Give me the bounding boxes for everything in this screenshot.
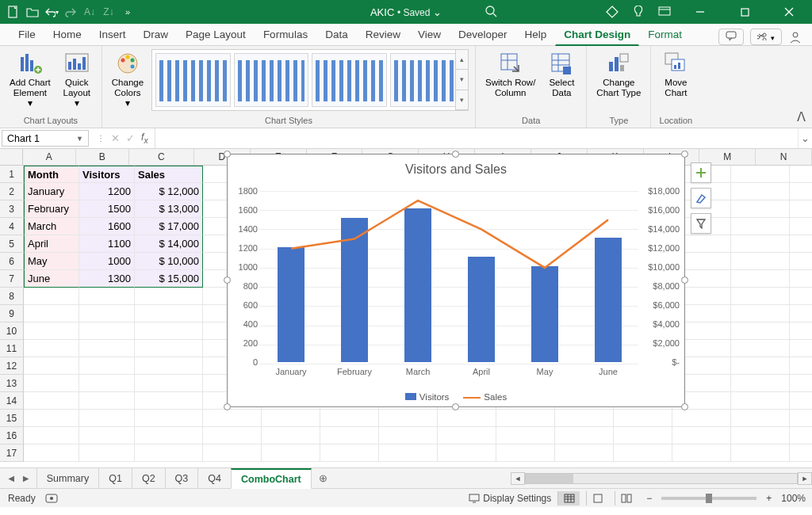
cell[interactable] [135,305,203,322]
document-title[interactable]: AKIC • Saved ⌄ [370,6,442,18]
cell[interactable] [203,427,262,444]
cell[interactable]: Month [24,166,79,183]
chart-style-thumb[interactable] [390,53,465,107]
collapse-ribbon-icon[interactable]: ᐱ [790,46,812,128]
add-chart-element-button[interactable]: Add Chart Element ▾ [6,49,54,111]
sheet-tab-q3[interactable]: Q3 [165,468,199,488]
tab-page-layout[interactable]: Page Layout [177,25,255,46]
chart-style-thumb[interactable] [234,53,309,107]
cell[interactable] [262,444,320,462]
cell[interactable] [203,444,262,462]
cell[interactable] [79,340,135,357]
row-header[interactable]: 10 [0,322,24,340]
col-header[interactable]: A [23,149,76,166]
normal-view-icon[interactable] [557,491,580,505]
cell[interactable] [262,410,320,427]
cell[interactable] [135,444,203,462]
cell[interactable] [496,444,555,462]
row-header[interactable]: 14 [0,392,24,410]
col-header[interactable]: B [76,149,129,166]
zoom-slider[interactable] [661,497,756,500]
cell[interactable] [24,357,79,375]
cell[interactable] [438,444,496,462]
cell[interactable] [24,444,79,462]
cell[interactable] [731,200,790,218]
cell[interactable] [320,444,379,462]
cell[interactable]: 1000 [79,253,135,270]
new-file-icon[interactable] [6,5,21,19]
row-header[interactable]: 2 [0,183,24,200]
namebox-dropdown-icon[interactable]: ⋮ [97,134,105,143]
plot-area[interactable]: JanuaryFebruaryMarchAprilMayJune [259,191,638,362]
cell[interactable]: 1300 [79,270,135,288]
cell[interactable] [320,427,379,444]
cell[interactable] [79,322,135,340]
cell[interactable] [731,183,790,200]
minimize-button[interactable] [685,0,715,24]
embedded-chart[interactable]: Visitors and Sales 020040060080010001200… [227,154,685,407]
cell[interactable]: 1200 [79,183,135,200]
scroll-thumb[interactable] [526,474,573,483]
chart-filters-button[interactable] [691,213,711,234]
row-header[interactable]: 8 [0,288,24,305]
cell[interactable] [438,410,496,427]
gallery-more-icon[interactable]: ▾ [456,90,468,110]
account-icon[interactable] [788,30,802,44]
page-layout-view-icon[interactable] [586,491,608,505]
row-header[interactable]: 11 [0,340,24,357]
cell[interactable] [24,410,79,427]
cell[interactable]: $ 14,000 [135,235,203,253]
sheet-tab-q1[interactable]: Q1 [98,468,132,488]
cell[interactable] [79,427,135,444]
redo-icon[interactable] [63,5,78,19]
change-chart-type-button[interactable]: Change Chart Type [593,49,644,100]
cell[interactable] [790,166,812,183]
search-icon[interactable] [485,6,497,17]
cell[interactable] [731,375,790,392]
ribbon-mode-icon[interactable] [658,6,671,17]
cell[interactable] [24,427,79,444]
line-series[interactable] [291,200,608,268]
chart-style-gallery[interactable]: ▴ ▾ ▾ [151,49,469,111]
expand-fxbar-icon[interactable]: ⌄ [798,128,812,148]
row-header[interactable]: 4 [0,218,24,235]
cell[interactable]: 1600 [79,218,135,235]
cell[interactable] [79,375,135,392]
cell[interactable] [731,392,790,410]
chart-style-thumb[interactable] [155,53,231,107]
chart-legend[interactable]: Visitors Sales [228,392,684,402]
tab-developer[interactable]: Developer [450,25,516,46]
cell[interactable]: May [24,253,79,270]
cell[interactable]: April [24,235,79,253]
cell[interactable] [135,375,203,392]
chart-style-thumb[interactable] [312,53,387,107]
tab-review[interactable]: Review [357,25,409,46]
scroll-left-icon[interactable]: ◄ [511,472,525,485]
cell[interactable] [79,410,135,427]
sheet-nav-prev-icon[interactable]: ◄ [6,473,16,484]
cell[interactable] [24,305,79,322]
sheet-tab-q2[interactable]: Q2 [132,468,166,488]
tab-format[interactable]: Format [639,25,691,46]
tab-view[interactable]: View [409,25,450,46]
share-button[interactable]: ▾ [750,29,782,45]
open-file-icon[interactable] [25,5,40,19]
qat-overflow-icon[interactable]: » [121,5,135,19]
cell[interactable]: $ 12,000 [135,183,203,200]
col-header[interactable]: N [756,149,812,166]
cell[interactable] [790,427,812,444]
cell[interactable] [79,288,135,305]
cell[interactable] [79,305,135,322]
close-button[interactable] [774,0,804,24]
cell[interactable]: $ 13,000 [135,200,203,218]
cell[interactable] [790,270,812,288]
cell[interactable]: June [24,270,79,288]
formula-input[interactable] [155,128,798,148]
cell[interactable] [731,340,790,357]
cell[interactable] [438,427,496,444]
tab-insert[interactable]: Insert [90,25,135,46]
maximize-button[interactable] [730,0,760,24]
tab-file[interactable]: File [10,25,44,46]
cell[interactable] [790,200,812,218]
row-header[interactable]: 15 [0,410,24,427]
